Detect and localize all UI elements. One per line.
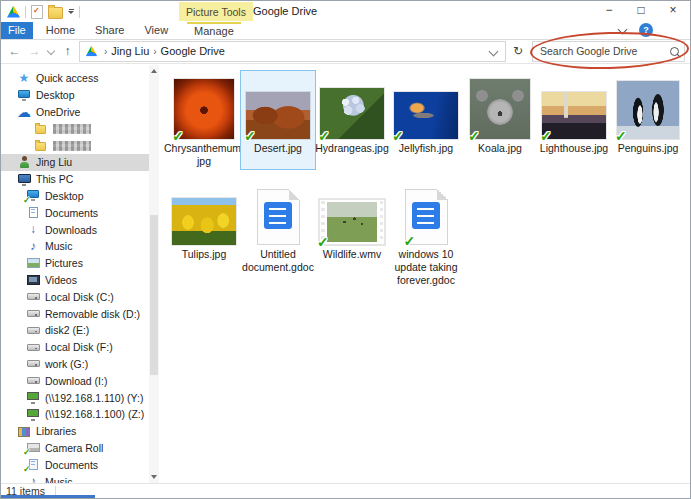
sidebar-item-icon: ✓ (17, 425, 31, 438)
sidebar-item[interactable]: ✓ Local Disk (F:) (1, 339, 159, 356)
google-drive-folder-icon (86, 46, 98, 57)
sidebar-item[interactable]: ✓ Local Disk (C:) (1, 288, 159, 305)
forward-button[interactable]: → (26, 44, 43, 58)
navigation-pane: ✓ Quick access ✓ Desktop ✓ OneDrive ✓ ✓ … (1, 65, 159, 483)
breadcrumb-separator-icon: › (100, 46, 111, 57)
ribbon-tab[interactable]: Share (88, 22, 131, 39)
sidebar-item[interactable]: ✓ Libraries (1, 423, 159, 440)
sidebar-item[interactable]: ✓ Desktop (1, 188, 159, 205)
file-item[interactable]: ✓ Jellyfish.jpg (389, 71, 463, 169)
up-button[interactable]: ↑ (59, 44, 76, 58)
ribbon-tab[interactable]: Home (39, 22, 82, 39)
picture-tools-contextual-label: Picture Tools (179, 2, 253, 21)
new-folder-icon[interactable] (48, 7, 63, 19)
sidebar-item[interactable]: ✓ Music (1, 238, 159, 255)
sidebar-item-label: Quick access (36, 72, 98, 84)
address-dropdown-chevron-icon[interactable] (489, 46, 499, 56)
file-name: Jellyfish.jpg (399, 142, 453, 155)
search-box[interactable] (532, 41, 685, 62)
sidebar-item-icon: ✓ (26, 391, 40, 404)
sidebar-item-icon: ✓ (26, 475, 40, 483)
file-item[interactable]: ✓ Untitleddocument.gdoc (241, 181, 315, 288)
sidebar-item[interactable]: ✓ (1, 137, 159, 154)
expand-ribbon-chevron-icon[interactable] (618, 25, 628, 35)
back-button[interactable]: ← (6, 44, 23, 58)
sidebar-item[interactable]: ✓ Quick access (1, 70, 159, 87)
file-item[interactable]: ✓ Lighthouse.jpg (537, 71, 611, 169)
address-bar[interactable]: › Jing Liu › Google Drive (79, 41, 506, 62)
scrollbar-thumb[interactable] (150, 215, 158, 375)
sync-badge-icon: ✓ (468, 129, 480, 143)
file-name: windows 10update takingforever.gdoc (394, 248, 457, 287)
sidebar-item[interactable]: ✓ Removable disk (D:) (1, 305, 159, 322)
close-button[interactable]: × (657, 1, 689, 21)
sidebar-item-label: Desktop (45, 190, 84, 202)
file-item[interactable]: ✓ Tulips.jpg (167, 181, 241, 288)
sidebar-item[interactable]: ✓ Documents (1, 456, 159, 473)
sidebar-item-icon: ✓ (26, 189, 40, 202)
breadcrumb-item[interactable]: Jing Liu (111, 45, 149, 57)
google-drive-app-icon[interactable] (7, 6, 20, 18)
scroll-down-arrow-icon[interactable] (149, 471, 159, 483)
sidebar-item[interactable]: ✓ (\\192.168.1.100) (Z:) (1, 406, 159, 423)
recent-locations-chevron-icon[interactable] (47, 47, 55, 55)
sidebar-item[interactable]: ✓ Documents (1, 204, 159, 221)
sidebar-item[interactable]: ✓ Downloads (1, 221, 159, 238)
sidebar-item[interactable]: ✓ Download (I:) (1, 372, 159, 389)
minimize-button[interactable]: − (593, 1, 625, 21)
search-icon[interactable] (670, 47, 679, 56)
sidebar-item-icon: ✓ (26, 341, 40, 354)
properties-icon[interactable] (31, 5, 43, 19)
sidebar-item-label: disk2 (E:) (45, 324, 89, 336)
refresh-button[interactable]: ↻ (509, 44, 527, 58)
file-item[interactable]: ✓ Chrysanthemum.jpg (167, 71, 241, 169)
file-item[interactable]: ✓ Koala.jpg (463, 71, 537, 169)
sidebar-item-icon: ✓ (17, 72, 31, 85)
sidebar-item-icon: ✓ (34, 139, 48, 152)
breadcrumb-item[interactable]: Google Drive (161, 45, 225, 57)
sidebar-item[interactable]: ✓ Pictures (1, 255, 159, 272)
ribbon-tab[interactable]: View (137, 22, 175, 39)
help-icon[interactable]: ? (639, 23, 653, 37)
file-thumbnail: ✓ (319, 199, 385, 245)
sidebar-item-label: Music (45, 476, 72, 483)
ribbon-tab[interactable]: File (1, 22, 33, 39)
search-input[interactable] (538, 44, 670, 58)
sync-badge-icon: ✓ (317, 235, 329, 249)
bottom-edge-accent (1, 495, 95, 498)
sidebar-item-label: This PC (36, 173, 73, 185)
sidebar-item[interactable]: ✓ Desktop (1, 87, 159, 104)
sidebar-item[interactable]: ✓ (\\192.168.1.110) (Y:) (1, 389, 159, 406)
file-item[interactable]: ✓ Desert.jpg (241, 71, 315, 169)
sidebar-item-label: Downloads (45, 224, 97, 236)
file-thumbnail: ✓ (394, 92, 458, 139)
files-area[interactable]: ✓ Chrysanthemum.jpg ✓ Desert.jpg ✓ Hydra… (159, 65, 690, 483)
ribbon-tab[interactable]: Manage (187, 22, 241, 39)
sidebar-item[interactable]: ✓ disk2 (E:) (1, 322, 159, 339)
file-item[interactable]: ✓ Wildlife.wmv (315, 181, 389, 288)
sidebar-item[interactable]: ✓ Videos (1, 272, 159, 289)
sidebar-item[interactable]: ✓ OneDrive (1, 104, 159, 121)
customize-toolbar-arrow-icon[interactable] (68, 9, 74, 14)
sidebar-item[interactable]: ✓ (1, 120, 159, 137)
file-thumbnail: ✓ (246, 92, 310, 139)
sidebar-item[interactable]: ✓ Camera Roll (1, 440, 159, 457)
sidebar-item[interactable]: ✓ Music (1, 473, 159, 483)
file-item[interactable]: ✓ Hydrangeas.jpg (315, 71, 389, 169)
toolbar-separator (79, 6, 80, 18)
file-item[interactable]: ✓ Penguins.jpg (611, 71, 685, 169)
maximize-button[interactable]: □ (625, 1, 657, 21)
sidebar-item[interactable]: ✓ work (G:) (1, 356, 159, 373)
sidebar-item[interactable]: ✓ This PC (1, 171, 159, 188)
sidebar-item-icon: ✓ (17, 105, 31, 118)
scroll-up-arrow-icon[interactable] (149, 65, 159, 77)
file-name: Wildlife.wmv (323, 248, 381, 261)
sync-badge-icon: ✓ (615, 129, 627, 143)
sidebar-item[interactable]: ✓ Jing Liu (1, 154, 159, 171)
sidebar-item-label: Documents (45, 459, 98, 471)
file-name: Desert.jpg (254, 142, 302, 155)
sidebar-item-label: Camera Roll (45, 442, 103, 454)
file-thumbnail: ✓ (257, 189, 300, 245)
file-item[interactable]: ✓ windows 10update takingforever.gdoc (389, 181, 463, 288)
sidebar-scrollbar[interactable] (149, 65, 159, 483)
